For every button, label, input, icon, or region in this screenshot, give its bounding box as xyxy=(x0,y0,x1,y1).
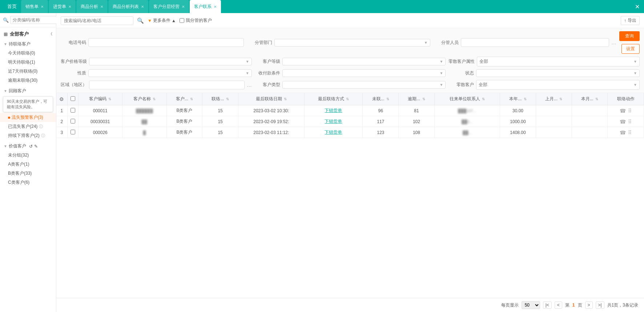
th-type[interactable]: 客户... ⇅ xyxy=(166,93,202,105)
sidebar-item-class-a[interactable]: A类客户(1) xyxy=(0,160,56,169)
tab-sales[interactable]: 销售单 ✕ xyxy=(21,0,48,13)
contact-way-link-0[interactable]: 下销货单 xyxy=(325,108,342,113)
settings-button[interactable]: 设置 xyxy=(621,44,640,54)
filter-select-payment[interactable]: ▼ xyxy=(282,69,446,77)
tab-purchase[interactable]: 进货单 ✕ xyxy=(49,0,76,13)
sidebar-item-overdue[interactable]: 逾期未联络(30) xyxy=(0,76,56,85)
th-last-way-label: 最后联络方式 xyxy=(318,96,344,101)
row-checkbox-1[interactable] xyxy=(71,119,75,123)
th-overdue[interactable]: 逾期... ⇅ xyxy=(399,93,435,105)
edit-icon[interactable]: ✎ xyxy=(34,144,38,149)
filter-select-zero-customer[interactable]: 全部 ▼ xyxy=(476,80,640,90)
sidebar-item-class-c[interactable]: C类客户(6) xyxy=(0,178,56,187)
my-managed-checkbox[interactable] xyxy=(180,18,184,23)
gear-icon[interactable]: ⚙ xyxy=(59,96,64,102)
th-contact-person[interactable]: 往来单位联系人 ⇅ xyxy=(434,93,500,105)
filter-select-customer-level[interactable]: ▼ xyxy=(282,58,446,65)
sidebar-item-declining[interactable]: 持续下滑客户(2) ⓘ xyxy=(0,131,56,140)
filter-more-btn-region[interactable]: … xyxy=(247,82,252,88)
query-button[interactable]: 查询 xyxy=(619,31,640,41)
filter-select-department[interactable]: ▼ xyxy=(274,39,430,46)
export-button[interactable]: ↑ 导出 xyxy=(621,16,640,25)
th-checkbox[interactable] xyxy=(67,93,78,105)
tab-sales-close[interactable]: ✕ xyxy=(41,5,44,9)
th-name[interactable]: 客户名称 ⇅ xyxy=(122,93,167,105)
filter-select-status[interactable]: ▼ xyxy=(476,69,640,77)
all-customers-label: 全部客户 xyxy=(10,31,29,37)
th-last-way[interactable]: 最后联络方式 ⇅ xyxy=(304,93,363,105)
action-call-icon-0[interactable]: ☎ xyxy=(620,108,626,114)
th-this-year[interactable]: 本年... ⇅ xyxy=(500,93,536,105)
tab-product-analysis[interactable]: 商品分析 ✕ xyxy=(76,0,108,13)
th-actions-label: 联络动作 xyxy=(617,96,635,101)
filter-select-zero-attr[interactable]: 全部 ▼ xyxy=(477,57,640,66)
per-page-select[interactable]: 50 100 200 xyxy=(522,301,540,309)
filter-more-btn-manager[interactable]: … xyxy=(611,40,616,45)
last-page-button[interactable]: >| xyxy=(596,301,604,309)
window-close-button[interactable]: ✕ xyxy=(633,2,641,12)
tab-customer-contact-close[interactable]: ✕ xyxy=(214,5,217,9)
contact-way-link-2[interactable]: 下销货单 xyxy=(325,130,342,135)
next-page-button[interactable]: > xyxy=(585,301,593,309)
td-actions-2: ☎ ⠿ xyxy=(608,127,644,138)
th-contact-count[interactable]: 联络... ⇅ xyxy=(202,93,238,105)
sidebar-item-ungrouped[interactable]: 未分组(32) xyxy=(0,151,56,160)
tab-product-list-close[interactable]: ✕ xyxy=(141,5,144,9)
sidebar-item-churn-warning[interactable]: 流失预警客户(3) xyxy=(0,113,56,122)
customers-table: ⚙ 客户编码 ⇅ 客户名称 ⇅ xyxy=(56,93,644,138)
sidebar-item-tomorrow[interactable]: 明天待联络(1) xyxy=(0,58,56,67)
filter-select-nature[interactable]: ▼ xyxy=(88,69,252,77)
td-checkbox-2[interactable] xyxy=(67,127,78,138)
tab-customer-contact[interactable]: 客户联系 ✕ xyxy=(190,0,221,13)
row-checkbox-2[interactable] xyxy=(71,130,75,134)
th-gear[interactable]: ⚙ xyxy=(56,93,67,105)
table-row: 2 00030031 ██ B类客户 15 2023-02-09 19:52: … xyxy=(56,116,644,127)
filter-input-region[interactable] xyxy=(89,81,245,89)
refresh-icon[interactable]: ↺ xyxy=(29,144,33,149)
filter-input-phone[interactable] xyxy=(88,38,244,47)
sidebar-group-header-review[interactable]: ▼ 回顾客户 xyxy=(0,86,56,96)
action-call-icon-2[interactable]: ☎ xyxy=(620,130,626,135)
th-last-date[interactable]: 最后联络日期 ⇅ xyxy=(238,93,304,105)
sidebar-item-churned[interactable]: 已流失客户(24) ⓘ xyxy=(0,122,56,131)
action-more-icon-0[interactable]: ⠿ xyxy=(628,108,632,114)
prev-page-button[interactable]: < xyxy=(555,301,562,309)
my-managed-checkbox-label[interactable]: 我分管的客户 xyxy=(180,17,212,24)
filter-select-price-level[interactable]: ▼ xyxy=(89,58,252,65)
tab-customer-tier[interactable]: 客户分层经营 ✕ xyxy=(149,0,189,13)
td-uncontacted-1: 117 xyxy=(363,116,399,127)
filter-more-conditions[interactable]: ▼ 更多条件 ▲ xyxy=(148,17,176,24)
sidebar-item-class-b[interactable]: B类客户(33) xyxy=(0,169,56,178)
sidebar-item-today[interactable]: 今天待联络(0) xyxy=(0,49,56,58)
filter-select-customer-type[interactable]: ▼ xyxy=(282,81,446,89)
row-checkbox-0[interactable] xyxy=(71,108,75,113)
td-way-1[interactable]: 下销货单 xyxy=(304,116,363,127)
tab-product-analysis-close[interactable]: ✕ xyxy=(100,5,103,9)
sidebar-group-header-pending[interactable]: ▼ 待联络客户 xyxy=(0,40,56,49)
tab-purchase-close[interactable]: ✕ xyxy=(68,5,71,9)
sidebar-item-7days[interactable]: 近7天待联络(0) xyxy=(0,67,56,76)
per-page-label: 每页显示 xyxy=(501,302,519,308)
tab-product-list[interactable]: 商品分析列表 ✕ xyxy=(108,0,148,13)
th-code[interactable]: 客户编码 ⇅ xyxy=(78,93,122,105)
action-more-icon-2[interactable]: ⠿ xyxy=(628,130,632,135)
th-last-month[interactable]: 上月... ⇅ xyxy=(536,93,572,105)
td-checkbox-1[interactable] xyxy=(67,116,78,127)
th-uncontacted[interactable]: 未联... ⇅ xyxy=(363,93,399,105)
filter-input-manager[interactable] xyxy=(461,38,609,47)
tab-customer-tier-close[interactable]: ✕ xyxy=(182,5,185,9)
td-checkbox-0[interactable] xyxy=(67,105,78,116)
td-way-0[interactable]: 下销货单 xyxy=(304,105,363,116)
contact-way-link-1[interactable]: 下销货单 xyxy=(325,119,342,124)
select-all-checkbox[interactable] xyxy=(71,96,75,101)
th-this-month[interactable]: 本月... ⇅ xyxy=(572,93,608,105)
sidebar-all-customers[interactable]: ⊞ 全部客户 《 xyxy=(0,29,56,40)
filter-search-button[interactable]: 🔍 xyxy=(137,17,144,24)
filter-search-input[interactable] xyxy=(61,16,133,25)
action-more-icon-1[interactable]: ⠿ xyxy=(628,119,632,125)
sidebar-group-header-value[interactable]: ▼ 价值客户 ↺ ✎ xyxy=(0,142,56,151)
first-page-button[interactable]: |< xyxy=(543,301,552,309)
action-call-icon-1[interactable]: ☎ xyxy=(620,119,626,125)
td-way-2[interactable]: 下销货单 xyxy=(304,127,363,138)
nav-home[interactable]: 首页 xyxy=(3,0,21,13)
